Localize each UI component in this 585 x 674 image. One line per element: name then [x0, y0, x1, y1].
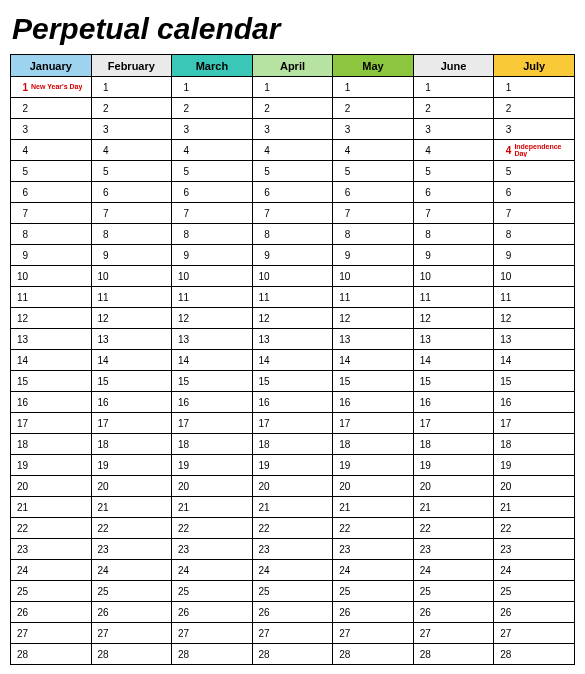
calendar-body: 1New Year's Day1111112222222333333344444… — [11, 77, 575, 665]
calendar-cell: 16 — [413, 392, 494, 413]
calendar-cell: 25 — [252, 581, 333, 602]
calendar-cell: 5 — [333, 161, 414, 182]
calendar-cell: 14 — [172, 350, 253, 371]
calendar-cell: 9 — [413, 245, 494, 266]
day-number: 9 — [336, 250, 350, 261]
calendar-cell: 21 — [252, 497, 333, 518]
day-number: 8 — [95, 229, 109, 240]
day-number: 11 — [417, 292, 431, 303]
calendar-cell: 17 — [413, 413, 494, 434]
day-number: 23 — [175, 544, 189, 555]
calendar-cell: 6 — [172, 182, 253, 203]
calendar-cell: 27 — [413, 623, 494, 644]
calendar-cell: 25 — [172, 581, 253, 602]
calendar-cell: 13 — [252, 329, 333, 350]
calendar-cell: 21 — [333, 497, 414, 518]
calendar-cell: 6 — [252, 182, 333, 203]
day-number: 14 — [95, 355, 109, 366]
day-number: 27 — [497, 628, 511, 639]
calendar-cell: 18 — [172, 434, 253, 455]
day-number: 3 — [175, 124, 189, 135]
calendar-cell: 6 — [494, 182, 575, 203]
day-number: 12 — [175, 313, 189, 324]
day-number: 3 — [95, 124, 109, 135]
calendar-cell: 8 — [91, 224, 172, 245]
day-number: 15 — [417, 376, 431, 387]
calendar-cell: 17 — [333, 413, 414, 434]
calendar-cell: 1 — [494, 77, 575, 98]
calendar-cell: 16 — [252, 392, 333, 413]
day-number: 24 — [175, 565, 189, 576]
day-number: 12 — [417, 313, 431, 324]
day-number: 14 — [336, 355, 350, 366]
day-number: 21 — [175, 502, 189, 513]
day-number: 8 — [417, 229, 431, 240]
calendar-cell: 10 — [172, 266, 253, 287]
calendar-cell: 14 — [91, 350, 172, 371]
day-number: 3 — [14, 124, 28, 135]
calendar-cell: 21 — [413, 497, 494, 518]
month-header: March — [172, 55, 253, 77]
day-number: 16 — [336, 397, 350, 408]
day-number: 19 — [14, 460, 28, 471]
day-number: 10 — [95, 271, 109, 282]
day-number: 28 — [336, 649, 350, 660]
day-number: 26 — [14, 607, 28, 618]
day-number: 19 — [175, 460, 189, 471]
day-number: 1 — [14, 82, 28, 93]
calendar-cell: 23 — [413, 539, 494, 560]
calendar-cell: 24 — [91, 560, 172, 581]
day-number: 18 — [95, 439, 109, 450]
calendar-cell: 19 — [252, 455, 333, 476]
calendar-cell: 11 — [91, 287, 172, 308]
day-number: 20 — [95, 481, 109, 492]
day-number: 10 — [417, 271, 431, 282]
calendar-row: 3333333 — [11, 119, 575, 140]
day-number: 23 — [256, 544, 270, 555]
calendar-cell: 16 — [333, 392, 414, 413]
day-number: 27 — [95, 628, 109, 639]
calendar-cell: 24 — [252, 560, 333, 581]
day-number: 26 — [95, 607, 109, 618]
day-number: 13 — [14, 334, 28, 345]
calendar-cell: 23 — [11, 539, 92, 560]
day-number: 11 — [95, 292, 109, 303]
day-number: 13 — [256, 334, 270, 345]
day-number: 2 — [256, 103, 270, 114]
day-number: 18 — [14, 439, 28, 450]
day-number: 4 — [95, 145, 109, 156]
calendar-cell: 2 — [91, 98, 172, 119]
calendar-cell: 18 — [11, 434, 92, 455]
day-number: 24 — [256, 565, 270, 576]
calendar-cell: 24 — [494, 560, 575, 581]
calendar-cell: 24 — [172, 560, 253, 581]
day-number: 6 — [417, 187, 431, 198]
day-number: 20 — [336, 481, 350, 492]
day-number: 18 — [256, 439, 270, 450]
calendar-row: 23232323232323 — [11, 539, 575, 560]
calendar-cell: 7 — [252, 203, 333, 224]
calendar-cell: 25 — [413, 581, 494, 602]
calendar-cell: 5 — [413, 161, 494, 182]
calendar-cell: 1 — [91, 77, 172, 98]
calendar-cell: 23 — [172, 539, 253, 560]
calendar-cell: 19 — [11, 455, 92, 476]
event-label: Independence Day — [514, 143, 571, 158]
day-number: 27 — [417, 628, 431, 639]
day-number: 4 — [336, 145, 350, 156]
calendar-cell: 20 — [494, 476, 575, 497]
day-number: 28 — [497, 649, 511, 660]
calendar-cell: 16 — [172, 392, 253, 413]
day-number: 5 — [175, 166, 189, 177]
day-number: 8 — [256, 229, 270, 240]
calendar-row: 20202020202020 — [11, 476, 575, 497]
calendar-cell: 1New Year's Day — [11, 77, 92, 98]
day-number: 6 — [256, 187, 270, 198]
calendar-cell: 8 — [333, 224, 414, 245]
day-number: 7 — [175, 208, 189, 219]
calendar-cell: 15 — [252, 371, 333, 392]
calendar-cell: 27 — [333, 623, 414, 644]
calendar-row: 13131313131313 — [11, 329, 575, 350]
calendar-cell: 4 — [172, 140, 253, 161]
calendar-cell: 22 — [11, 518, 92, 539]
